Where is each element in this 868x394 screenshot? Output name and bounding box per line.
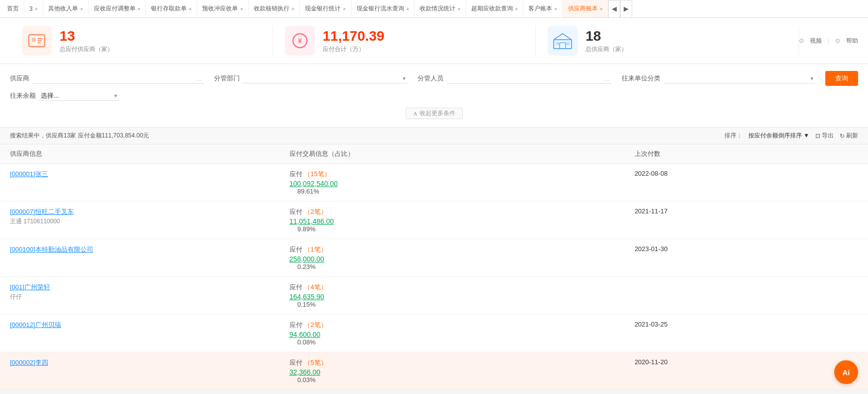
supplier-link[interactable]: [001]广州荣轩: [10, 283, 289, 292]
nav-tab-collection-label: 收款核销执行: [254, 4, 289, 13]
nav-tab-overdue[interactable]: 超期应收款查询 ×: [466, 0, 523, 18]
last-pay-date: 2020-11-20: [625, 358, 858, 366]
col-header-lastpay: 上次付数: [625, 149, 858, 158]
nav-tab-home[interactable]: 首页: [2, 0, 24, 18]
filter-row-2: 往来余额 选择... ▾: [10, 91, 858, 101]
nav-tab-3[interactable]: 3 ×: [24, 0, 43, 18]
supplier-link[interactable]: [000012]广州贝瑞: [10, 321, 289, 329]
balance-filter-label: 往来余额: [10, 91, 36, 100]
close-icon[interactable]: ×: [457, 6, 460, 12]
ai-button[interactable]: Ai: [834, 360, 858, 384]
export-icon: ⊡: [815, 132, 820, 139]
collapse-button[interactable]: ∧ 收起更多条件: [406, 108, 463, 119]
total-suppliers-label: 总供应商（家）: [585, 45, 627, 54]
dept-select-wrap: ▾: [243, 73, 408, 83]
close-icon[interactable]: ×: [406, 6, 409, 12]
nav-tab-bank-deposit[interactable]: 银行存取款单 ×: [146, 0, 197, 18]
close-icon[interactable]: ×: [80, 6, 83, 12]
collapse-label: 收起更多条件: [420, 109, 455, 118]
last-pay-date: 2022-08-08: [625, 170, 858, 177]
nav-tab-overdue-label: 超期应收款查询: [471, 4, 513, 13]
person-input[interactable]: [448, 74, 604, 82]
sort-value[interactable]: 按应付余额倒序排序 ▼: [748, 131, 809, 140]
close-icon[interactable]: ×: [600, 6, 603, 12]
nav-tab-customer-book-label: 客户账本: [528, 4, 552, 13]
table-row: [000100]本特勤油品有限公司 应付 （1笔） 258,000.00 0.2…: [0, 239, 868, 277]
supplier-info: [000001]张三: [10, 170, 289, 179]
top-nav: 首页 3 × 其他收入单 × 应收应付调整单 × 银行存取款单 × 预收冲应收单…: [0, 0, 868, 18]
category-select[interactable]: [665, 74, 811, 82]
export-label: 导出: [822, 131, 834, 140]
supplier-info: [001]广州荣轩 仔仔: [10, 283, 289, 301]
chevron-down-icon: ▾: [114, 92, 117, 99]
nav-arrow-right[interactable]: ▶: [620, 0, 632, 18]
payable-icon: ¥: [285, 26, 315, 56]
dept-filter-label: 分管部门: [214, 74, 240, 83]
balance-select[interactable]: 选择...: [41, 92, 114, 99]
refresh-button[interactable]: ↻ 刷新: [840, 131, 858, 140]
query-button[interactable]: 查询: [825, 71, 858, 86]
nav-tab-supplier-book[interactable]: 供应商账本 ×: [563, 0, 608, 18]
supplier-icon: [22, 26, 52, 56]
nav-tab-cash-bank-stats[interactable]: 现金银行统计 ×: [300, 0, 351, 18]
svg-text:¥: ¥: [298, 37, 302, 45]
nav-tab-prepay[interactable]: 预收冲应收单 ×: [197, 0, 248, 18]
supplier-dots[interactable]: ...: [196, 74, 202, 82]
supplier-link[interactable]: [000002]李四: [10, 358, 289, 367]
close-icon[interactable]: ×: [291, 6, 294, 12]
collapse-bar: ∧ 收起更多条件: [10, 106, 858, 123]
person-input-wrap: ...: [446, 73, 612, 84]
help-link[interactable]: 帮助: [846, 37, 858, 45]
store-icon: [548, 26, 578, 56]
supplier-link[interactable]: [000007]恒旺二手叉车: [10, 207, 289, 216]
close-icon[interactable]: ×: [554, 6, 557, 12]
supplier-link[interactable]: [000001]张三: [10, 170, 289, 179]
close-icon[interactable]: ×: [138, 6, 141, 12]
nav-tab-other-income[interactable]: 其他收入单 ×: [43, 0, 88, 18]
chevron-down-icon: ▾: [810, 75, 813, 82]
collapse-icon: ∧: [413, 110, 418, 117]
last-pay-date: 2021-11-17: [625, 207, 858, 215]
svg-rect-10: [566, 42, 570, 45]
supplier-input[interactable]: [34, 74, 196, 82]
nav-tab-other-income-label: 其他收入单: [48, 4, 78, 13]
filter-row-1: 供应商 ... 分管部门 ▾ 分管人员 ...: [10, 71, 858, 86]
top-right-links: ⊙ 视频 | ⊙ 帮助: [799, 37, 858, 45]
person-dots[interactable]: ...: [604, 74, 610, 82]
nav-tab-bank-deposit-label: 银行存取款单: [151, 4, 187, 13]
export-button[interactable]: ⊡ 导出: [815, 131, 834, 140]
dept-select[interactable]: [245, 74, 403, 82]
close-icon[interactable]: ×: [35, 6, 38, 12]
close-icon[interactable]: ×: [515, 6, 518, 12]
nav-arrow-left[interactable]: ◀: [608, 0, 620, 18]
transaction-info: 应付 （2笔） 94,600.00 0.08%: [289, 321, 625, 346]
nav-tab-payment-stats-label: 收款情况统计: [420, 4, 455, 13]
svg-rect-8: [560, 43, 566, 49]
supplier-link[interactable]: [000100]本特勤油品有限公司: [10, 245, 289, 254]
close-icon[interactable]: ×: [343, 6, 346, 12]
main-table: 供应商信息 应付交易信息（占比） 上次付数 [000001]张三 应付 （15笔…: [0, 144, 868, 390]
category-select-wrap: ▾: [663, 73, 816, 83]
payable-suppliers-label: 总应付供应商（家）: [60, 45, 113, 54]
close-icon[interactable]: ×: [189, 6, 192, 12]
chevron-down-icon: ▾: [403, 75, 406, 82]
transaction-info: 应付 （4笔） 164,635.90 0.15%: [289, 283, 625, 308]
svg-rect-1: [32, 38, 36, 42]
video-link[interactable]: 视频: [810, 37, 822, 45]
help-circle-icon: ⊙: [835, 37, 840, 44]
nav-tab-cash-flow[interactable]: 现金银行流水查询 ×: [352, 0, 415, 18]
nav-tab-3-label: 3: [29, 5, 33, 12]
nav-tab-adjustment[interactable]: 应收应付调整单 ×: [89, 0, 146, 18]
category-filter-label: 往来单位分类: [622, 74, 660, 83]
nav-tab-customer-book[interactable]: 客户账本 ×: [523, 0, 563, 18]
close-icon[interactable]: ×: [240, 6, 243, 12]
supplier-info: [000007]恒旺二手叉车 王通 17106110000: [10, 207, 289, 226]
nav-tab-payment-stats[interactable]: 收款情况统计 ×: [415, 0, 466, 18]
transaction-info: 应付 （1笔） 258,000.00 0.23%: [289, 245, 625, 270]
circle-play-icon: ⊙: [799, 37, 804, 44]
summary-card-payable-suppliers: 13 总应付供应商（家）: [10, 26, 273, 56]
table-row: [001]广州荣轩 仔仔 应付 （4笔） 164,635.90 0.15%: [0, 277, 868, 315]
nav-tab-collection[interactable]: 收款核销执行 ×: [249, 0, 300, 18]
nav-tab-cash-bank-stats-label: 现金银行统计: [305, 4, 341, 13]
sort-label: 排序：: [724, 131, 742, 140]
